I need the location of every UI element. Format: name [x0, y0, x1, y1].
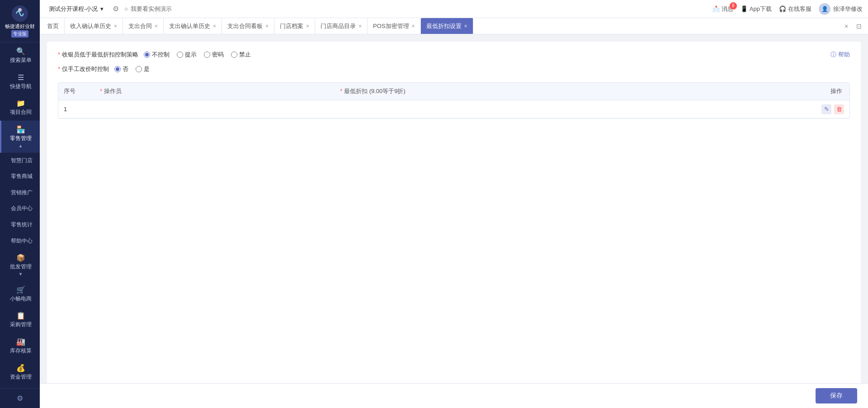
manual-price-row: * 仅手工改价时控制 否 是: [58, 65, 850, 73]
content-area: * 收银员低于最低折扣控制策略 不控制 提示: [40, 34, 868, 408]
radio-no-control[interactable]: 不控制: [144, 51, 170, 59]
demo-label: 我要看实例演示: [131, 5, 172, 13]
cashier-policy-required-mark: *: [58, 51, 60, 58]
sidebar-item-batch-label: 批发管理: [10, 263, 32, 271]
tab-payment-contract-close[interactable]: ×: [155, 23, 158, 29]
demo-link[interactable]: ○ 我要看实例演示: [124, 5, 172, 13]
sidebar-item-funds[interactable]: 💰 资金管理: [0, 359, 40, 385]
chevron-up-icon: ▲: [19, 143, 23, 148]
tab-payment-contract-label: 支出合同: [128, 22, 152, 30]
tab-pos-password-close[interactable]: ×: [412, 23, 415, 29]
demo-circle-icon: ○: [124, 5, 128, 12]
tab-store-archive[interactable]: 门店档案 ×: [274, 18, 315, 34]
tab-payment-confirm-history[interactable]: 支出确认单历史 ×: [164, 18, 222, 34]
purchase-icon: 📋: [16, 311, 25, 320]
sidebar-item-shortcut[interactable]: ☰ 快捷导航: [0, 69, 40, 95]
tab-payment-board-label: 支出合同看板: [227, 22, 263, 30]
radio-hint[interactable]: 提示: [177, 51, 197, 59]
page-footer: 保存: [40, 383, 868, 408]
app-download-button[interactable]: 📱 App下载: [741, 5, 772, 13]
settings-icon[interactable]: ⚙: [113, 5, 119, 13]
topbar: 测试分开课程-小况 ▾ ⚙ ○ 我要看实例演示 📩 消息 8 📱 App下载 🎧…: [40, 0, 868, 18]
inventory-icon: 🏭: [16, 338, 25, 346]
svg-point-1: [18, 8, 22, 12]
radio-manual-yes-input[interactable]: [136, 66, 142, 72]
tab-store-goods[interactable]: 门店商品目录 ×: [315, 18, 368, 34]
delete-row-button[interactable]: 🗑: [834, 104, 844, 114]
tab-home-label: 首页: [47, 22, 59, 30]
save-button[interactable]: 保存: [816, 388, 857, 403]
sidebar-item-retail-label: 零售管理: [10, 135, 32, 142]
sidebar-item-ecommerce[interactable]: 🛒 小畅电商: [0, 281, 40, 307]
tab-payment-board-close[interactable]: ×: [265, 23, 269, 29]
sidebar-item-search[interactable]: 🔍 搜索菜单: [0, 42, 40, 69]
radio-manual-no[interactable]: 否: [114, 65, 128, 73]
td-operator-1: [94, 106, 335, 113]
page-card: * 收银员低于最低折扣控制策略 不控制 提示: [47, 42, 861, 401]
user-menu[interactable]: 👤 徐泽华修改: [819, 3, 863, 15]
tab-payment-confirm-close[interactable]: ×: [213, 23, 216, 29]
sidebar-item-retail-stats[interactable]: 零售统计: [0, 217, 40, 233]
edit-row-button[interactable]: ✎: [821, 104, 831, 114]
cart-icon: 🛒: [16, 286, 25, 294]
tab-menu-button[interactable]: ⊡: [854, 21, 864, 32]
sidebar-item-member[interactable]: 会员中心: [0, 201, 40, 217]
settings-button[interactable]: ⚙: [17, 394, 23, 403]
tab-income-history-close[interactable]: ×: [114, 23, 117, 29]
tab-income-history-label: 收入确认单历史: [70, 22, 111, 30]
tab-payment-board[interactable]: 支出合同看板 ×: [222, 18, 274, 34]
sidebar-item-marketing-label: 营销推广: [11, 189, 33, 197]
sidebar-item-shortcut-label: 快捷导航: [10, 83, 32, 90]
tab-store-archive-close[interactable]: ×: [306, 23, 309, 29]
sidebar-item-project[interactable]: 📁 项目合同: [0, 94, 40, 121]
customer-service-button[interactable]: 🎧 在线客服: [779, 5, 811, 13]
project-selector[interactable]: 测试分开课程-小况 ▾: [45, 3, 107, 15]
project-arrow-icon: ▾: [100, 5, 104, 12]
tab-min-discount-label: 最低折扣设置: [426, 22, 462, 30]
radio-manual-no-input[interactable]: [114, 66, 121, 72]
folder-icon: 📁: [16, 99, 25, 108]
sidebar-nav: 🔍 搜索菜单 ☰ 快捷导航 📁 项目合同 🏪 零售管理 ▲ 智慧门店 零售商城 …: [0, 42, 40, 388]
tab-min-discount-close[interactable]: ×: [464, 23, 467, 29]
radio-forbid[interactable]: 禁止: [231, 51, 251, 59]
sidebar-item-smart-store[interactable]: 智慧门店: [0, 153, 40, 169]
tab-close-current-button[interactable]: ×: [841, 21, 852, 32]
sidebar-item-retail-mall[interactable]: 零售商城: [0, 169, 40, 185]
message-button[interactable]: 📩 消息 8: [712, 5, 733, 13]
user-avatar: 👤: [819, 3, 830, 15]
sidebar-item-marketing[interactable]: 营销推广: [0, 185, 40, 201]
sidebar-item-retail-mgmt[interactable]: 🏪 零售管理 ▲: [0, 121, 40, 153]
radio-password[interactable]: 密码: [204, 51, 224, 59]
radio-hint-input[interactable]: [177, 52, 183, 58]
form-section: * 收银员低于最低折扣控制策略 不控制 提示: [58, 51, 850, 73]
tab-min-discount[interactable]: 最低折扣设置 ×: [421, 18, 473, 34]
user-name: 徐泽华修改: [833, 5, 863, 13]
sidebar-item-inventory[interactable]: 🏭 库存核算: [0, 333, 40, 359]
sidebar-item-batch-mgmt[interactable]: 📦 批发管理 ▼: [0, 249, 40, 281]
th-discount: * 最低折扣 (9.00等于9折): [335, 83, 804, 100]
radio-no-control-input[interactable]: [144, 52, 150, 58]
batch-icon: 📦: [16, 253, 25, 262]
message-badge: 8: [730, 2, 737, 9]
tab-home[interactable]: 首页: [42, 18, 65, 34]
sidebar-item-help-center[interactable]: 帮助中心: [0, 233, 40, 249]
sidebar-item-funds-label: 资金管理: [10, 374, 32, 381]
tab-income-history[interactable]: 收入确认单历史 ×: [65, 18, 123, 34]
service-label: 在线客服: [788, 5, 811, 13]
radio-forbid-input[interactable]: [231, 52, 237, 58]
radio-password-input[interactable]: [204, 52, 210, 58]
tab-store-goods-close[interactable]: ×: [359, 23, 362, 29]
help-link[interactable]: ⓘ 帮助: [830, 51, 850, 59]
sidebar: 畅捷通好业财 专业版 🔍 搜索菜单 ☰ 快捷导航 📁 项目合同 🏪 零售管理 ▲…: [0, 0, 40, 408]
discount-table: 序号 * 操作员 * 最低折扣 (9.00等于9折) 操作 1: [58, 82, 850, 119]
tab-pos-password[interactable]: POS加密管理 ×: [368, 18, 420, 34]
td-action-1: ✎ 🗑: [804, 104, 849, 114]
th-operator: * 操作员: [94, 83, 335, 100]
radio-manual-yes[interactable]: 是: [136, 65, 150, 73]
sidebar-item-help-center-label: 帮助中心: [11, 238, 33, 245]
sidebar-item-purchase[interactable]: 📋 采购管理: [0, 307, 40, 333]
sidebar-item-ledger[interactable]: 📒 总账管理: [0, 385, 40, 388]
tab-payment-contract[interactable]: 支出合同 ×: [123, 18, 164, 34]
tab-bar: 首页 收入确认单历史 × 支出合同 × 支出确认单历史 × 支出合同看板 × 门…: [40, 18, 868, 34]
td-discount-1: [335, 106, 804, 113]
